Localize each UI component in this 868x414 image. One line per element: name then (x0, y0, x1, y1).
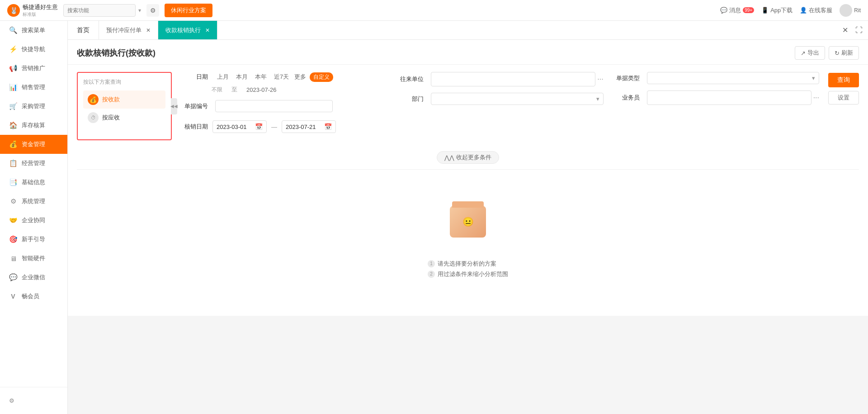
filter-scheme-sidebar: 按以下方案查询 💰 按收款 ⏱ 按应收 ◀◀ (77, 72, 172, 140)
tab-close-all-icon[interactable]: ✕ (840, 24, 850, 36)
counterpart-more-icon[interactable]: ··· (597, 75, 603, 83)
by-receivable-icon: ⏱ (88, 112, 99, 123)
user-area[interactable]: Rit (840, 4, 861, 17)
settings-bottom-button[interactable]: ⚙ (0, 393, 67, 409)
page-title: 收款核销执行(按收款) (77, 48, 156, 58)
sidebar-item-inventory[interactable]: 🏠 库存核算 (0, 116, 67, 135)
shortcut-this-month[interactable]: 本月 (234, 72, 250, 82)
verify-date-start-input[interactable]: 2023-03-01 📅 (212, 120, 267, 133)
shortcut-last-month[interactable]: 上月 (215, 72, 231, 82)
verify-date-end-value: 2023-07-21 (286, 124, 316, 130)
doctype-select[interactable]: ▾ (647, 72, 819, 84)
search-area: ▾ (63, 4, 141, 17)
filter-row-date-input: 不限 至 2023-07-26 (212, 86, 387, 94)
empty-face-icon: 😐 (462, 216, 474, 227)
sidebar-label-basic-info: 基础信息 (22, 178, 45, 186)
enterprise-icon: 🤝 (9, 216, 17, 224)
refresh-icon: ↻ (835, 50, 840, 57)
brand-edition: 标准版 (23, 11, 58, 18)
sidebar-label-member: 畅会员 (22, 292, 39, 300)
message-label: 消息 (729, 6, 741, 14)
sidebar-item-purchase[interactable]: 🛒 采购管理 (0, 97, 67, 116)
query-button[interactable]: 查询 (828, 73, 859, 87)
shortcut-more[interactable]: 更多 (294, 73, 306, 81)
search-menu-icon: 🔍 (9, 26, 17, 34)
tab-verify-close-icon[interactable]: ✕ (205, 27, 210, 33)
app-layout: 🔍 搜索菜单 ⚡ 快捷导航 📢 营销推广 📊 销售管理 🛒 采购管理 🏠 库存核… (0, 21, 868, 414)
filter-option-by-receivable[interactable]: ⏱ 按应收 (83, 109, 165, 127)
filter-option-by-receipt[interactable]: 💰 按收款 (83, 90, 165, 109)
hardware-icon: 🖥 (9, 255, 17, 262)
top-bar-left: 🐰 畅捷通好生意 标准版 ▾ ⚙ 休闲行业方案 (7, 3, 212, 18)
tab-maximize-icon[interactable]: ⛶ (854, 24, 864, 36)
collapse-more-button[interactable]: ⋀⋀ 收起更多条件 (437, 151, 499, 164)
sidebar-item-search-menu[interactable]: 🔍 搜索菜单 (0, 21, 67, 40)
sidebar-label-system: 系统管理 (22, 197, 45, 205)
sidebar-item-member[interactable]: V 畅会员 (0, 287, 67, 306)
empty-tip-row-1: 1 请先选择要分析的方案 (428, 258, 508, 269)
sidebar-label-finance: 资金管理 (22, 140, 45, 148)
tab-home[interactable]: 首页 (68, 21, 99, 39)
member-icon: V (9, 293, 17, 300)
filter-sidebar-collapse-btn[interactable]: ◀◀ (171, 98, 177, 114)
salesperson-label: 业务员 (613, 94, 640, 102)
sales-icon: 📊 (9, 83, 17, 91)
collapse-more-row: ⋀⋀ 收起更多条件 (68, 148, 868, 169)
online-service-button[interactable]: 👤 在线客服 (800, 6, 832, 14)
sidebar-item-operation[interactable]: 📋 经营管理 (0, 154, 67, 173)
inventory-icon: 🏠 (9, 121, 17, 129)
export-button[interactable]: ↗ 导出 (795, 46, 825, 60)
gear-button[interactable]: ⚙ (146, 4, 159, 17)
sidebar-item-enterprise[interactable]: 🤝 企业协同 (0, 211, 67, 230)
brand-logo: 🐰 (7, 4, 20, 17)
verify-date-separator: — (271, 124, 277, 130)
sidebar-item-system[interactable]: ⚙ 系统管理 (0, 192, 67, 211)
sidebar-label-enterprise: 企业协同 (22, 216, 45, 224)
message-badge: 99+ (743, 7, 754, 13)
salesperson-more-icon[interactable]: ··· (813, 94, 819, 102)
sidebar-item-marketing[interactable]: 📢 营销推广 (0, 59, 67, 78)
verify-date-end-input[interactable]: 2023-07-21 📅 (282, 120, 336, 133)
collapse-up-icon: ⋀⋀ (444, 154, 454, 161)
salesperson-input[interactable] (647, 90, 811, 105)
tab-prepay-close-icon[interactable]: ✕ (146, 27, 151, 33)
empty-state: 😐 1 请先选择要分析的方案 2 用过滤条件来缩小分析范围 (68, 170, 868, 316)
empty-illustration: 😐 (441, 206, 495, 251)
shortcut-this-year[interactable]: 本年 (253, 72, 269, 82)
app-download-button[interactable]: 📱 App下载 (761, 6, 793, 14)
user-avatar (840, 4, 852, 17)
top-bar-right: 💬 消息 99+ 📱 App下载 👤 在线客服 Rit (720, 4, 861, 17)
sidebar-item-weixin[interactable]: 💬 企业微信 (0, 268, 67, 287)
sidebar-item-sales[interactable]: 📊 销售管理 (0, 78, 67, 97)
filter-settings-button[interactable]: 设置 (828, 91, 859, 105)
sidebar-label-inventory: 库存核算 (22, 121, 45, 129)
sidebar-item-quick-nav[interactable]: ⚡ 快捷导航 (0, 40, 67, 59)
counterpart-input[interactable] (431, 72, 595, 86)
top-search-input[interactable] (63, 4, 136, 17)
docno-input[interactable] (215, 100, 333, 112)
tab-prepay[interactable]: 预付冲应付单 ✕ (99, 21, 158, 39)
empty-tip-2: 用过滤条件来缩小分析范围 (438, 269, 508, 279)
refresh-button[interactable]: ↻ 刷新 (829, 46, 859, 60)
sidebar-item-basic-info[interactable]: 📑 基础信息 (0, 173, 67, 192)
dept-chevron-icon: ▾ (596, 95, 599, 102)
tab-verify[interactable]: 收款核销执行 ✕ (158, 21, 217, 39)
query-actions: 查询 设置 (828, 72, 859, 105)
sidebar-item-hardware[interactable]: 🖥 智能硬件 (0, 249, 67, 268)
date-label: 日期 (181, 73, 208, 81)
message-button[interactable]: 💬 消息 99+ (720, 6, 754, 14)
quick-nav-icon: ⚡ (9, 45, 17, 53)
sidebar-item-guide[interactable]: 🎯 新手引导 (0, 230, 67, 249)
marketing-icon: 📢 (9, 64, 17, 72)
solution-button[interactable]: 休闲行业方案 (165, 4, 212, 17)
sidebar-item-finance[interactable]: 💰 资金管理 (0, 135, 67, 154)
dept-label: 部门 (396, 95, 424, 103)
finance-icon: 💰 (9, 140, 17, 148)
search-chevron-icon[interactable]: ▾ (138, 7, 141, 14)
dept-select[interactable]: ▾ (431, 93, 603, 105)
custom-tag[interactable]: 自定义 (310, 72, 333, 82)
sidebar-label-operation: 经营管理 (22, 159, 45, 167)
filter-row-salesperson: 业务员 ··· (613, 90, 819, 105)
shortcut-7days[interactable]: 近7天 (272, 72, 291, 82)
page-inner: 收款核销执行(按收款) ↗ 导出 ↻ 刷新 按以下方案查询 (68, 40, 868, 316)
